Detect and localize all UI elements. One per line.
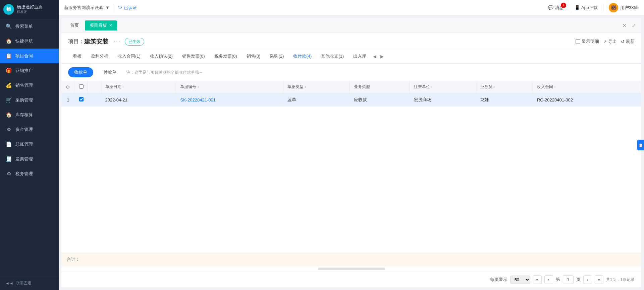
phone-icon: 📱: [575, 5, 580, 10]
tab-project-board[interactable]: 项目看板 ✕: [85, 20, 117, 30]
sub-tab-prev[interactable]: ◀: [371, 54, 378, 59]
show-detail-toggle[interactable]: 显示明细: [576, 39, 599, 45]
sub-tab-income-contract[interactable]: 收入合同(1): [113, 49, 145, 64]
inventory-icon: 🏠: [5, 112, 12, 118]
topbar-divider-3: [603, 4, 603, 11]
dropdown-icon: ▼: [105, 5, 110, 10]
sub-tab-tax-invoice[interactable]: 税务发票(0): [210, 49, 242, 64]
sidebar-item-search[interactable]: 🔍 搜索菜单: [0, 19, 59, 34]
tax-icon: ⚙: [5, 171, 12, 177]
col-salesperson-label[interactable]: 业务员↕: [476, 81, 533, 93]
app-download-label: App下载: [581, 5, 598, 11]
user-menu[interactable]: 🐻 用户3355: [609, 3, 639, 12]
sub-tab-board[interactable]: 看板: [68, 49, 86, 64]
table-header-row: ⚙ 单据日期↕ 单据编号↕: [61, 81, 641, 93]
sidebar-item-tax[interactable]: ⚙ 税务管理: [0, 166, 59, 181]
payment-order-button[interactable]: 付款单: [97, 67, 122, 77]
cancel-pin-button[interactable]: ◄◄ 取消固定: [0, 276, 59, 290]
document-link[interactable]: SK-20220421-001: [180, 97, 216, 102]
refresh-button[interactable]: ↺ 刷新: [621, 39, 635, 45]
sidebar-item-invoice[interactable]: 🧾 发票管理: [0, 152, 59, 166]
sub-tab-profit[interactable]: 盈利分析: [86, 49, 113, 64]
sort-income-contract-icon: ↕: [554, 85, 556, 89]
select-all-checkbox[interactable]: [79, 84, 84, 89]
sub-tab-purchase[interactable]: 采购(2): [265, 49, 288, 64]
sidebar-item-quick[interactable]: 🏠 快捷导航: [0, 34, 59, 49]
sub-tab-next[interactable]: ▶: [378, 54, 386, 59]
sidebar-item-purchase[interactable]: 🛒 采购管理: [0, 93, 59, 107]
receipt-order-button[interactable]: 收款单: [68, 67, 93, 77]
sidebar-item-label: 营销推广: [15, 68, 33, 74]
sidebar-item-label: 发票管理: [15, 156, 33, 162]
col-partner-label[interactable]: 往来单位↕: [410, 81, 476, 93]
show-detail-checkbox[interactable]: [576, 39, 580, 44]
topbar-divider-2: [569, 4, 569, 11]
col-checkbox[interactable]: [75, 81, 88, 93]
content-card: 首页 项目看板 ✕ ✕ ⤢ 项目： 建筑安装 ··· 已生效 显示明细: [61, 18, 641, 287]
col-code-label[interactable]: 单据编号↕: [176, 81, 283, 93]
per-page-select[interactable]: 50 100: [510, 276, 530, 284]
page-number-input[interactable]: [563, 275, 574, 284]
expand-window-button[interactable]: ⤢: [631, 22, 637, 29]
first-page-button[interactable]: «: [533, 275, 542, 284]
cell-code[interactable]: SK-20220421-001: [176, 93, 283, 106]
table-row[interactable]: 1 2022-04-21 SK-20220421-001 蓝单 应收款: [61, 93, 641, 106]
project-header: 项目： 建筑安装 ··· 已生效 显示明细 ↗ 导出 ↺ 刷新: [61, 33, 641, 49]
col-income-contract-label[interactable]: 收入合同↕: [533, 81, 641, 93]
app-logo-icon: 畅: [3, 4, 14, 15]
sidebar-item-label: 销售管理: [15, 82, 33, 88]
sidebar-item-contract[interactable]: 📋 项目合同: [0, 49, 59, 63]
settings-icon[interactable]: ⚙: [66, 84, 70, 90]
shield-icon: 🛡: [118, 5, 122, 10]
sidebar-item-sales[interactable]: 💰 销售管理: [0, 78, 59, 93]
sub-tab-other-expense[interactable]: 其他收支(1): [316, 49, 348, 64]
message-button[interactable]: 💬 消息 1: [548, 5, 564, 11]
sidebar-item-finance[interactable]: ⚙ 资金管理: [0, 122, 59, 137]
close-window-button[interactable]: ✕: [621, 22, 628, 29]
tab-home[interactable]: 首页: [65, 20, 84, 30]
sub-buttons: 收款单 付款单 注：这里是与项目关联的全部收付款单哦～: [61, 64, 641, 81]
table-container[interactable]: ⚙ 单据日期↕ 单据编号↕: [61, 81, 641, 253]
tab-close-icon[interactable]: ✕: [109, 23, 112, 28]
app-download-button[interactable]: 📱 App下载: [575, 5, 598, 11]
sub-tab-sales-invoice[interactable]: 销售发票(0): [177, 49, 210, 64]
topbar: 新服务官网演示账套 ▼ 🛡 已认证 💬 消息 1 📱 App下载 🐻: [59, 0, 644, 15]
project-more-button[interactable]: ···: [114, 38, 121, 45]
sub-tab-sales[interactable]: 销售(0): [242, 49, 265, 64]
right-panel-toggle[interactable]: 📋: [637, 140, 644, 150]
prev-page-button[interactable]: ‹: [544, 275, 553, 284]
cell-checkbox[interactable]: [75, 93, 88, 106]
project-title: 建筑安装: [84, 38, 108, 46]
refresh-icon: ↺: [621, 39, 625, 44]
pagination-bar: 每页显示 50 100 « ‹ 第 页 › » 共1页，1条记录: [61, 272, 641, 287]
horizontal-scrollbar[interactable]: [318, 268, 385, 270]
sidebar-item-label: 资金管理: [15, 127, 33, 133]
sidebar-item-inventory[interactable]: 🏠 库存核算: [0, 107, 59, 122]
sidebar-item-marketing[interactable]: 🎁 营销推广: [0, 63, 59, 78]
next-page-button[interactable]: ›: [583, 275, 592, 284]
project-name: 新服务官网演示账套: [64, 5, 103, 11]
sort-date-icon: ↕: [122, 85, 124, 89]
sub-tab-stock-io[interactable]: 出入库: [348, 49, 371, 64]
last-page-button[interactable]: »: [595, 275, 603, 284]
avatar-icon: 🐻: [611, 5, 616, 10]
export-button[interactable]: ↗ 导出: [603, 39, 617, 45]
sidebar-item-ledger[interactable]: 📄 总账管理: [0, 137, 59, 152]
col-type-label[interactable]: 单据类型↕: [283, 81, 350, 93]
col-date[interactable]: [88, 81, 101, 93]
sub-note: 注：这里是与项目关联的全部收付款单哦～: [126, 70, 203, 75]
cell-income-contract: RC-20220401-002: [533, 93, 641, 106]
sub-tab-income-confirm[interactable]: 收入确认(2): [145, 49, 177, 64]
project-selector[interactable]: 新服务官网演示账套 ▼: [64, 5, 110, 11]
search-icon: 🔍: [5, 23, 12, 29]
col-settings[interactable]: ⚙: [61, 81, 75, 93]
topbar-right: 💬 消息 1 📱 App下载 🐻 用户3355: [548, 3, 639, 12]
sort-partner-icon: ↕: [431, 85, 433, 89]
scrollbar-area[interactable]: [61, 266, 641, 272]
topbar-divider-1: [114, 4, 114, 11]
row-checkbox[interactable]: [79, 97, 84, 101]
message-icon: 💬: [548, 5, 553, 10]
window-controls: ✕ ⤢: [621, 22, 637, 29]
sub-tab-receipt[interactable]: 收付款(4): [288, 49, 316, 64]
col-date-label[interactable]: 单据日期↕: [101, 81, 176, 93]
